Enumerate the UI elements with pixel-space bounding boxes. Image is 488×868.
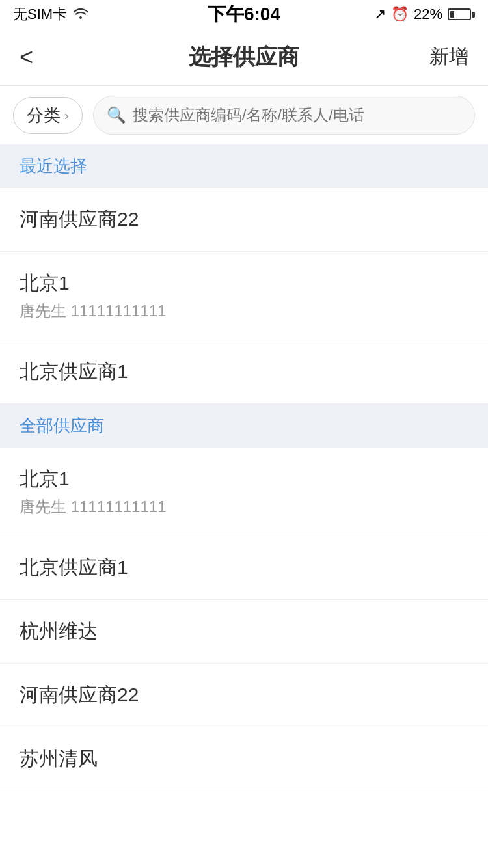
location-icon: ↗ <box>374 6 386 23</box>
supplier-name: 北京供应商1 <box>20 359 468 385</box>
search-input[interactable] <box>133 106 461 124</box>
status-right: ↗ ⏰ 22% <box>374 6 475 23</box>
filter-bar: 分类 › 🔍 <box>0 86 488 144</box>
list-item[interactable]: 杭州维达 <box>0 600 488 664</box>
category-label: 分类 <box>27 104 61 127</box>
back-button[interactable]: < <box>20 44 72 71</box>
status-bar: 无SIM卡 下午6:04 ↗ ⏰ 22% <box>0 0 488 29</box>
supplier-name: 北京供应商1 <box>20 554 468 581</box>
battery-icon <box>448 8 475 20</box>
supplier-contact: 唐先生 11111111111 <box>20 301 468 321</box>
list-item[interactable]: 北京供应商1 <box>0 536 488 600</box>
list-item[interactable]: 苏州清风 <box>0 727 488 791</box>
search-box: 🔍 <box>93 96 475 135</box>
list-item[interactable]: 北京1唐先生 11111111111 <box>0 448 488 536</box>
alarm-icon: ⏰ <box>391 6 409 23</box>
list-item[interactable]: 北京1唐先生 11111111111 <box>0 252 488 340</box>
supplier-name: 河南供应商22 <box>20 206 468 233</box>
nav-bar: < 选择供应商 新增 <box>0 29 488 86</box>
add-button[interactable]: 新增 <box>416 44 468 70</box>
list-item[interactable]: 北京供应商1 <box>0 340 488 404</box>
recent-section-header: 最近选择 <box>0 144 488 188</box>
category-button[interactable]: 分类 › <box>13 97 83 134</box>
all-section-title: 全部供应商 <box>20 416 104 435</box>
status-left: 无SIM卡 <box>13 5 88 24</box>
page-title: 选择供应商 <box>72 42 416 72</box>
supplier-name: 河南供应商22 <box>20 682 468 709</box>
supplier-name: 苏州清风 <box>20 746 468 772</box>
list-item[interactable]: 河南供应商22 <box>0 664 488 727</box>
battery-percent: 22% <box>414 6 442 23</box>
recent-section-title: 最近选择 <box>20 156 87 176</box>
supplier-name: 北京1 <box>20 466 468 493</box>
recent-list: 河南供应商22北京1唐先生 11111111111北京供应商1 <box>0 188 488 404</box>
all-list: 北京1唐先生 11111111111北京供应商1杭州维达河南供应商22苏州清风 <box>0 448 488 791</box>
wifi-icon <box>74 6 88 23</box>
all-section-header: 全部供应商 <box>0 404 488 448</box>
supplier-name: 杭州维达 <box>20 618 468 645</box>
status-time: 下午6:04 <box>208 2 280 27</box>
carrier-text: 无SIM卡 <box>13 5 67 24</box>
list-item[interactable]: 河南供应商22 <box>0 188 488 252</box>
supplier-name: 北京1 <box>20 270 468 297</box>
search-icon: 🔍 <box>107 106 126 124</box>
supplier-contact: 唐先生 11111111111 <box>20 496 468 517</box>
chevron-right-icon: › <box>64 108 69 123</box>
